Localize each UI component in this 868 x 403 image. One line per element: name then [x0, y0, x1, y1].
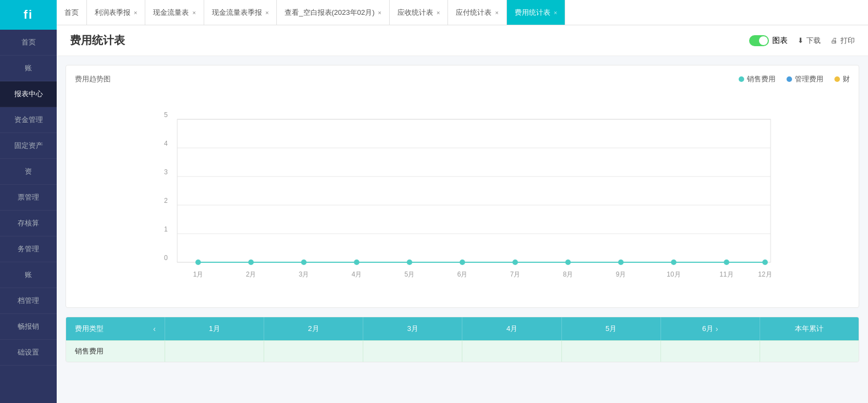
- sidebar-item-invoices[interactable]: 票管理: [0, 185, 57, 211]
- table-cell-sales-total: [760, 341, 859, 362]
- svg-point-28: [354, 260, 359, 265]
- tab-cashflow-quarterly[interactable]: 现金流量表季报 ×: [204, 0, 277, 25]
- svg-text:12月: 12月: [758, 270, 772, 278]
- chart-container: 0 1 2 3 4 5 1月 2月: [75, 90, 850, 299]
- svg-rect-12: [177, 119, 771, 262]
- svg-text:1: 1: [164, 225, 168, 233]
- legend-label-admin: 管理费用: [795, 74, 823, 84]
- page-header: 费用统计表 图表 ⬇ 下载 🖨 打印: [57, 25, 868, 56]
- table-cell-sales-m6: [661, 341, 760, 362]
- table-cell-sales-m2: [264, 341, 363, 362]
- chart-toggle[interactable]: [749, 35, 769, 46]
- svg-point-31: [512, 260, 518, 265]
- sidebar-item-funds[interactable]: 资金管理: [0, 107, 57, 133]
- table-header-month-2: 2月: [264, 317, 363, 340]
- download-icon: ⬇: [798, 36, 804, 45]
- sidebar-item-home[interactable]: 首页: [0, 30, 57, 56]
- legend-dot-sales: [739, 76, 744, 82]
- content-area: 费用统计表 图表 ⬇ 下载 🖨 打印 费用趋势图: [57, 25, 868, 403]
- table-type-label: 费用类型: [75, 324, 103, 334]
- sidebar-item-archive[interactable]: 档管理: [0, 288, 57, 314]
- tab-bar: 首页 利润表季报 × 现金流量表 × 现金流量表季报 × 查看_空白报表(202…: [57, 0, 868, 25]
- tab-expense-stats[interactable]: 费用统计表 ×: [507, 0, 565, 25]
- sidebar-item-inventory[interactable]: 存核算: [0, 211, 57, 236]
- tab-profit-quarterly[interactable]: 利润表季报 ×: [87, 0, 145, 25]
- tab-payable[interactable]: 应付统计表 ×: [448, 0, 506, 25]
- tab-close-receivable[interactable]: ×: [436, 9, 440, 16]
- table-header-total: 本年累计: [760, 317, 859, 340]
- table-header-type: 费用类型 ‹: [66, 317, 165, 340]
- chart-header: 费用趋势图 销售费用 管理费用 财: [75, 74, 850, 84]
- svg-point-26: [248, 260, 254, 265]
- legend-label-finance: 财: [843, 74, 850, 84]
- legend-dot-finance: [834, 76, 840, 82]
- svg-point-30: [460, 260, 465, 265]
- svg-text:6月: 6月: [457, 270, 468, 278]
- tab-home[interactable]: 首页: [57, 0, 87, 25]
- tab-receivable[interactable]: 应收统计表 ×: [390, 0, 448, 25]
- svg-text:10月: 10月: [667, 270, 680, 278]
- table-nav-prev[interactable]: ‹: [153, 324, 156, 333]
- legend-sales: 销售费用: [739, 74, 776, 84]
- sidebar: fi 首页 账 报表中心 资金管理 固定资产 资 票管理 存核算 务管理 账 档…: [0, 0, 57, 403]
- svg-point-35: [724, 260, 729, 265]
- tab-blank-report[interactable]: 查看_空白报表(2023年02月) ×: [277, 0, 390, 25]
- sidebar-item-settings[interactable]: 础设置: [0, 340, 57, 366]
- sidebar-item-account[interactable]: 账: [0, 56, 57, 81]
- svg-point-25: [195, 260, 201, 265]
- legend-finance: 财: [834, 74, 850, 84]
- svg-point-29: [407, 260, 412, 265]
- table-header-month-4: 4月: [462, 317, 561, 340]
- svg-text:11月: 11月: [719, 270, 733, 278]
- table-header-month-3: 3月: [363, 317, 462, 340]
- tab-close-expense-stats[interactable]: ×: [554, 9, 557, 16]
- table-cell-sales-m1: [165, 341, 264, 362]
- sidebar-item-service[interactable]: 务管理: [0, 236, 57, 262]
- tab-close-payable[interactable]: ×: [495, 9, 498, 16]
- svg-point-32: [565, 260, 571, 265]
- svg-text:4月: 4月: [352, 270, 362, 278]
- table-cell-sales-m5: [562, 341, 661, 362]
- legend-label-sales: 销售费用: [747, 74, 776, 84]
- table-section: 费用类型 ‹ 1月 2月 3月 4月 5月 6月 › 本年累计 销售费用: [65, 317, 859, 362]
- table-header-month-6: 6月 ›: [661, 317, 760, 340]
- table-cell-type-sales: 销售费用: [66, 341, 165, 362]
- download-button[interactable]: ⬇ 下载: [798, 36, 821, 46]
- table-row-sales: 销售费用: [66, 340, 859, 362]
- table-cell-sales-m3: [363, 341, 462, 362]
- svg-text:5: 5: [164, 111, 168, 119]
- sidebar-item-ledger[interactable]: 账: [0, 262, 57, 288]
- main-area: 首页 利润表季报 × 现金流量表 × 现金流量表季报 × 查看_空白报表(202…: [57, 0, 868, 403]
- tab-cashflow[interactable]: 现金流量表 ×: [145, 0, 204, 25]
- sidebar-item-capital[interactable]: 资: [0, 159, 57, 185]
- sidebar-item-assets[interactable]: 固定资产: [0, 133, 57, 159]
- svg-text:9月: 9月: [616, 270, 626, 278]
- tab-close-cashflow[interactable]: ×: [192, 9, 195, 16]
- legend-admin: 管理费用: [787, 74, 823, 84]
- chart-svg: 0 1 2 3 4 5 1月 2月: [75, 90, 850, 299]
- tab-close-profit-quarterly[interactable]: ×: [134, 9, 137, 16]
- svg-point-33: [618, 260, 624, 265]
- svg-point-36: [762, 260, 768, 265]
- page-title: 费用统计表: [70, 33, 125, 48]
- sidebar-logo: fi: [0, 0, 57, 30]
- chart-title: 费用趋势图: [75, 74, 111, 84]
- svg-point-27: [301, 260, 307, 265]
- table-nav-next[interactable]: ›: [716, 324, 718, 333]
- svg-text:3月: 3月: [299, 270, 309, 278]
- chart-section: 费用趋势图 销售费用 管理费用 财: [65, 65, 859, 308]
- header-actions: 图表 ⬇ 下载 🖨 打印: [749, 35, 855, 46]
- svg-text:2月: 2月: [246, 270, 256, 278]
- svg-text:3: 3: [164, 168, 168, 176]
- table-header-month-1: 1月: [165, 317, 264, 340]
- tab-close-cashflow-quarterly[interactable]: ×: [265, 9, 269, 16]
- svg-text:5月: 5月: [405, 270, 415, 278]
- chart-toggle-wrap: 图表: [749, 35, 788, 46]
- sidebar-item-reports[interactable]: 报表中心: [0, 81, 57, 107]
- sidebar-item-expense[interactable]: 畅报销: [0, 314, 57, 340]
- tab-close-blank-report[interactable]: ×: [378, 9, 381, 16]
- svg-text:1月: 1月: [193, 270, 204, 278]
- chart-legend: 销售费用 管理费用 财: [739, 74, 850, 84]
- table-cell-sales-m4: [462, 341, 561, 362]
- print-button[interactable]: 🖨 打印: [831, 36, 855, 46]
